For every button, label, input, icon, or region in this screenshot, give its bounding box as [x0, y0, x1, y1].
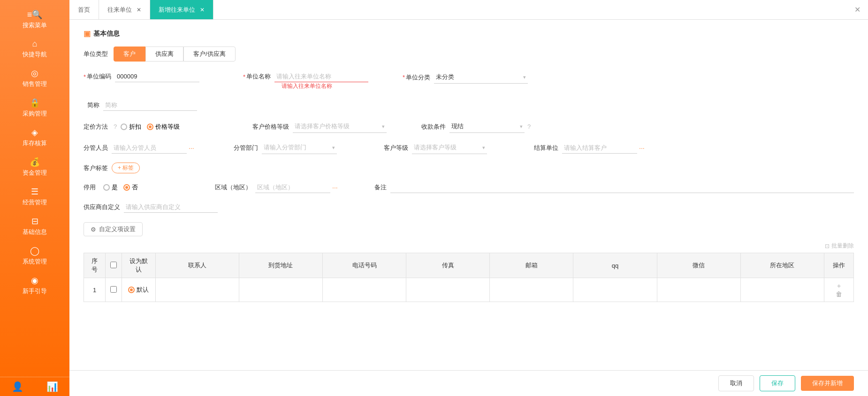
notification-icon[interactable]: 📊	[46, 381, 58, 392]
radio-discount[interactable]: 折扣	[121, 123, 141, 131]
row-email[interactable]	[490, 278, 573, 302]
short-name-input[interactable]	[103, 100, 197, 111]
type-btn-customer[interactable]: 客户	[114, 47, 145, 62]
col-check	[106, 253, 122, 278]
short-name-label: 简称	[87, 101, 99, 109]
type-btn-both[interactable]: 客户/供应离	[183, 47, 236, 62]
department-select[interactable]: 请输入分管部门 ▾	[262, 141, 337, 154]
save-button[interactable]: 保存	[760, 375, 795, 391]
main-area: 首页 往来单位 ✕ 新增往来单位 ✕ ✕ ▣ 基本信息 单位类型 客户 供应离 …	[69, 0, 868, 396]
row-checkbox[interactable]	[110, 286, 117, 293]
remark-input[interactable]	[390, 182, 854, 193]
footer: 取消 保存 保存并新增	[69, 370, 868, 396]
col-wechat: 微信	[657, 253, 740, 278]
unit-category-chevron: ▾	[523, 74, 526, 80]
type-btn-supplier[interactable]: 供应离	[145, 47, 183, 62]
pricing-radio-group: 折扣 价格等级	[121, 123, 180, 131]
payment-help-icon[interactable]: ?	[527, 123, 531, 130]
row-default-circle	[128, 287, 135, 293]
sidebar-item-finance[interactable]: 💰 资金管理	[0, 152, 69, 182]
row-fax[interactable]	[406, 278, 490, 302]
radio-yes[interactable]: 是	[103, 183, 118, 192]
sidebar-item-system[interactable]: ◯ 系统管理	[0, 241, 69, 271]
disabled-radio-group: 是 否	[103, 183, 138, 192]
settlement-unit-label: 结算单位	[534, 144, 558, 152]
region-label: 区域（地区）	[215, 183, 251, 192]
row-phone-input[interactable]	[327, 287, 401, 294]
row-address-input[interactable]	[244, 287, 318, 294]
sidebar-item-inventory[interactable]: ◈ 库存核算	[0, 123, 69, 152]
user-icon[interactable]: 👤	[12, 381, 23, 392]
row-action: ＋ 🗑	[824, 278, 853, 302]
custom-settings-btn[interactable]: ⚙ 自定义项设置	[84, 222, 143, 236]
radio-no[interactable]: 否	[123, 183, 138, 192]
unit-type-label: 单位类型	[84, 50, 108, 58]
supplier-custom-label: 供应商自定义	[84, 203, 120, 211]
region-input[interactable]	[255, 182, 330, 193]
row-wechat[interactable]	[657, 278, 740, 302]
tab-new-partner[interactable]: 新增往来单位 ✕	[150, 0, 213, 19]
row-default-radio[interactable]: 默认	[127, 286, 151, 294]
payment-terms-select[interactable]: 现结 ▾	[449, 120, 525, 133]
sidebar-item-operations[interactable]: ☰ 经营管理	[0, 182, 69, 211]
customer-price-level-select[interactable]: 请选择客户价格等级 ▾	[293, 120, 387, 133]
unit-code-input[interactable]	[115, 71, 199, 82]
save-new-button[interactable]: 保存并新增	[801, 376, 854, 391]
row-region[interactable]	[740, 278, 824, 302]
customer-level-select[interactable]: 请选择客户等级 ▾	[412, 141, 487, 154]
col-phone: 电话号码	[322, 253, 406, 278]
sidebar-item-purchase[interactable]: 🔒 采购管理	[0, 93, 69, 123]
finance-icon: 💰	[30, 157, 40, 167]
row-wechat-input[interactable]	[662, 287, 736, 294]
row-fax-input[interactable]	[411, 287, 485, 294]
unit-name-input[interactable]	[274, 71, 368, 82]
settlement-unit-input[interactable]	[562, 142, 637, 154]
row-add-btn[interactable]: ＋	[836, 282, 842, 289]
row-email-input[interactable]	[495, 287, 568, 294]
row-delete-btn[interactable]: 🗑	[836, 290, 842, 298]
sidebar: ≡🔍 搜索菜单 ⌂ 快捷导航 ◎ 销售管理 🔒 采购管理 ◈ 库存核算 💰 资金…	[0, 0, 69, 396]
system-icon: ◯	[30, 246, 39, 256]
select-all-checkbox[interactable]	[110, 262, 117, 268]
row-qq[interactable]	[573, 278, 657, 302]
home-icon: ⌂	[32, 39, 38, 49]
sidebar-item-basic-info[interactable]: ⊟ 基础信息	[0, 211, 69, 241]
col-default: 设为默认	[122, 253, 156, 278]
operations-icon: ☰	[31, 186, 38, 197]
pricing-help-icon[interactable]: ?	[114, 123, 117, 130]
row-address[interactable]	[239, 278, 322, 302]
radio-price-level-circle	[147, 124, 153, 130]
batch-delete-btn[interactable]: ⊡ 批量删除	[825, 242, 854, 250]
sidebar-item-quick-nav[interactable]: ⌂ 快捷导航	[0, 34, 69, 63]
row-qq-input[interactable]	[578, 287, 652, 294]
unit-category-select[interactable]: 未分类 ▾	[434, 71, 528, 84]
customer-tags-label: 客户标签	[84, 164, 108, 172]
tab-partners-close[interactable]: ✕	[137, 7, 141, 13]
supplier-custom-input[interactable]	[124, 202, 218, 213]
sidebar-item-sales[interactable]: ◎ 销售管理	[0, 63, 69, 93]
remark-label: 备注	[374, 183, 387, 192]
tab-home[interactable]: 首页	[69, 0, 99, 19]
tab-partners[interactable]: 往来单位 ✕	[99, 0, 150, 19]
row-contact[interactable]	[155, 278, 239, 302]
sidebar-item-search[interactable]: ≡🔍 搜索菜单	[0, 5, 69, 34]
window-close-btn[interactable]: ✕	[847, 5, 868, 14]
radio-price-level[interactable]: 价格等级	[147, 123, 180, 131]
row-default: 默认	[122, 278, 156, 302]
manager-input[interactable]	[112, 142, 187, 154]
tab-new-partner-close[interactable]: ✕	[200, 7, 205, 13]
table-header-actions: ⊡ 批量删除	[84, 242, 854, 250]
row-region-input[interactable]	[746, 287, 819, 294]
row-contact-input[interactable]	[160, 287, 234, 294]
col-contact: 联系人	[155, 253, 239, 278]
row-phone[interactable]	[322, 278, 406, 302]
table-section: ⊡ 批量删除 序号 设为默认 联系人 到货地址 电话号码 传真 邮箱 qq	[84, 242, 854, 302]
add-tag-btn[interactable]: + 标签	[112, 163, 140, 173]
sidebar-item-guide[interactable]: ◉ 新手引导	[0, 271, 69, 300]
unit-type-group: 客户 供应离 客户/供应离	[114, 47, 236, 62]
cancel-button[interactable]: 取消	[718, 375, 754, 391]
manager-more-btn[interactable]: ···	[187, 144, 196, 152]
pricing-method-label: 定价方法	[84, 123, 108, 131]
region-more-btn[interactable]: ···	[330, 184, 340, 191]
settlement-unit-more-btn[interactable]: ···	[637, 144, 647, 152]
